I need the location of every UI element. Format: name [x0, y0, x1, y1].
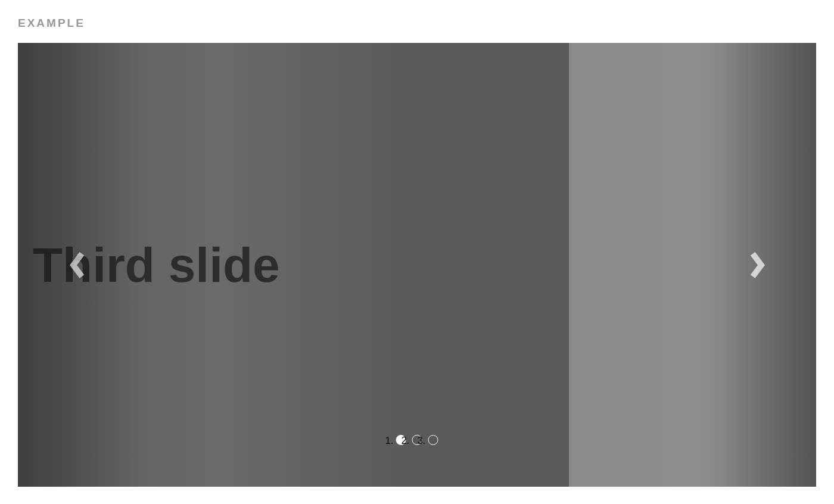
carousel-indicator-3[interactable]: [428, 435, 438, 445]
carousel-indicators: [396, 435, 438, 445]
carousel: Third slide: [18, 43, 816, 487]
carousel-prev-button[interactable]: [18, 43, 138, 487]
chevron-right-icon: [747, 251, 766, 279]
carousel-next-button[interactable]: [696, 43, 816, 487]
chevron-left-icon: [69, 251, 88, 279]
section-title: EXAMPLE: [0, 0, 834, 43]
